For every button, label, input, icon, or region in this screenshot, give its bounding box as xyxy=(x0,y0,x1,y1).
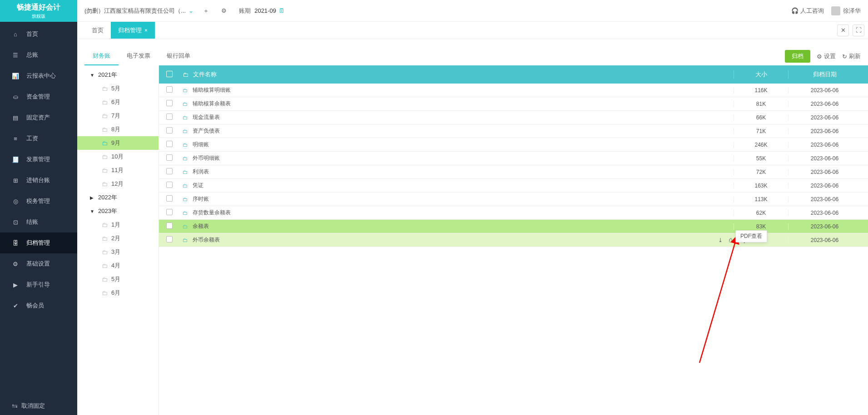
nav-settings[interactable]: ⚙基础设置 xyxy=(0,253,77,274)
nav-asset[interactable]: ▤固定资产 xyxy=(0,107,77,128)
tree-month-12月[interactable]: 🗀12月 xyxy=(77,177,159,191)
row-checkbox[interactable] xyxy=(166,209,173,215)
nav-salary[interactable]: ≡工资 xyxy=(0,128,77,149)
tab-label: 归档管理 xyxy=(118,26,142,35)
subtab-银行回单[interactable]: 银行回单 xyxy=(159,47,198,65)
row-checkbox[interactable] xyxy=(166,127,173,133)
table-row[interactable]: 🗀 利润表 72K 2023-06-06 xyxy=(159,165,868,179)
archive-button[interactable]: 归档 xyxy=(785,50,810,63)
guide-icon: ▶ xyxy=(12,281,19,288)
nav-money[interactable]: ⛀资金管理 xyxy=(0,86,77,107)
tree-month-2月[interactable]: 🗀2月 xyxy=(77,232,159,245)
caret-right-icon: ▶ xyxy=(90,195,94,200)
add-button[interactable]: ＋ xyxy=(200,5,212,17)
select-all-checkbox[interactable] xyxy=(166,71,173,77)
tree-month-3月[interactable]: 🗀3月 xyxy=(77,245,159,259)
row-checkbox[interactable] xyxy=(166,236,173,242)
company-selector[interactable]: (勿删）江西服宝精品有限责任公司（... ⌄ xyxy=(84,7,193,15)
nav-label: 固定资产 xyxy=(26,114,50,122)
table-row[interactable]: 🗀 凭证 163K 2023-06-06 xyxy=(159,179,868,193)
download-xml-button[interactable]: ⤓ xyxy=(718,237,723,243)
support-link[interactable]: 🎧 人工咨询 xyxy=(791,7,824,15)
tree-month-4月[interactable]: 🗀4月 xyxy=(77,259,159,272)
nav-guide[interactable]: ▶新手引导 xyxy=(0,274,77,295)
nav-invoice[interactable]: 🧾发票管理 xyxy=(0,149,77,170)
app-edition: 旗舰版 xyxy=(17,13,60,20)
file-table: 🗀 文件名称 大小 归档日期 🗀 辅助核算明细账 116K 2023-06-06… xyxy=(159,65,868,415)
subtab-财务账[interactable]: 财务账 xyxy=(84,47,119,65)
row-checkbox[interactable] xyxy=(166,222,173,229)
tab-归档管理[interactable]: 归档管理× xyxy=(111,22,155,39)
row-checkbox[interactable] xyxy=(166,141,173,147)
row-checkbox[interactable] xyxy=(166,86,173,93)
table-row[interactable]: 🗀 辅助核算明细账 116K 2023-06-06 xyxy=(159,84,868,97)
tree-year-2023年[interactable]: ▼2023年 xyxy=(77,204,159,218)
salary-icon: ≡ xyxy=(12,135,19,142)
table-row[interactable]: 🗀 序时账 113K 2023-06-06 xyxy=(159,193,868,206)
table-row[interactable]: 🗀 明细账 246K 2023-06-06 xyxy=(159,138,868,152)
nav-label: 畅会员 xyxy=(26,301,44,310)
nav-report[interactable]: 📊云报表中心 xyxy=(0,65,77,86)
nav-archive[interactable]: 🗄归档管理 xyxy=(0,232,77,253)
tab-首页[interactable]: 首页 xyxy=(84,22,111,39)
tree-month-7月[interactable]: 🗀7月 xyxy=(77,109,159,123)
nav-ledger[interactable]: ☰总账 xyxy=(0,44,77,65)
nav-label: 结账 xyxy=(26,218,38,226)
nav-inventory[interactable]: ⊞进销台账 xyxy=(0,170,77,191)
tree-year-2021年[interactable]: ▼2021年 xyxy=(77,68,159,82)
table-row[interactable]: 🗀 现金流量表 66K 2023-06-06 xyxy=(159,111,868,124)
row-checkbox[interactable] xyxy=(166,100,173,106)
file-date: 2023-06-06 xyxy=(788,114,861,121)
tree-month-10月[interactable]: 🗀10月 xyxy=(77,150,159,163)
file-date: 2023-06-06 xyxy=(788,196,861,203)
nav-home[interactable]: ⌂首页 xyxy=(0,24,77,44)
tree-month-5月[interactable]: 🗀5月 xyxy=(77,272,159,286)
file-date: 2023-06-06 xyxy=(788,210,861,216)
table-row[interactable]: 🗀 存货数量余额表 62K 2023-06-06 xyxy=(159,206,868,220)
refresh-link[interactable]: ↻ 刷新 xyxy=(842,52,861,60)
download-pdf-button[interactable]: ⎙ xyxy=(729,237,732,243)
sidebar-unpin[interactable]: ⮀ 取消固定 xyxy=(0,397,77,415)
refresh-label: 刷新 xyxy=(849,52,861,60)
folder-icon: 🗀 xyxy=(102,249,108,256)
tree-month-9月[interactable]: 🗀9月 xyxy=(77,136,159,150)
tree-month-5月[interactable]: 🗀5月 xyxy=(77,82,159,95)
nav-member[interactable]: ✔畅会员 xyxy=(0,295,77,316)
close-tab-button[interactable]: ✕ xyxy=(837,25,849,36)
file-date: 2023-06-06 xyxy=(788,237,861,243)
tree-month-1月[interactable]: 🗀1月 xyxy=(77,218,159,232)
close-icon[interactable]: × xyxy=(144,27,148,34)
folder-icon: 🗀 xyxy=(102,140,108,147)
period-value[interactable]: 2021-09 xyxy=(254,7,276,14)
row-checkbox[interactable] xyxy=(166,114,173,120)
row-checkbox[interactable] xyxy=(166,168,173,174)
fullscreen-button[interactable]: ⛶ xyxy=(853,25,864,36)
table-row[interactable]: 🗀 资产负债表 71K 2023-06-06 xyxy=(159,124,868,138)
month-label: 6月 xyxy=(111,98,120,106)
settings-button[interactable]: ⚙ xyxy=(218,5,230,17)
tree-month-6月[interactable]: 🗀6月 xyxy=(77,95,159,109)
calendar-icon[interactable]: 🗓 xyxy=(279,7,285,14)
row-checkbox[interactable] xyxy=(166,195,173,202)
user-menu[interactable]: 徐泽华 xyxy=(831,6,861,15)
expand-icon: ⛶ xyxy=(856,27,862,34)
year-label: 2023年 xyxy=(98,207,117,215)
settings-link[interactable]: ⚙ 设置 xyxy=(817,52,836,60)
row-checkbox[interactable] xyxy=(166,154,173,161)
tree-month-6月[interactable]: 🗀6月 xyxy=(77,286,159,300)
tree-year-2022年[interactable]: ▶2022年 xyxy=(77,191,159,204)
folder-icon: 🗀 xyxy=(102,113,108,119)
member-icon: ✔ xyxy=(12,302,19,309)
nav-label: 新手引导 xyxy=(26,281,50,289)
subtab-电子发票[interactable]: 电子发票 xyxy=(119,47,159,65)
tree-month-11月[interactable]: 🗀11月 xyxy=(77,163,159,177)
nav-close-book[interactable]: ⊡结账 xyxy=(0,212,77,232)
month-label: 4月 xyxy=(111,262,120,270)
app-name: 畅捷通好会计 xyxy=(17,3,60,12)
table-row[interactable]: 🗀 辅助核算余额表 81K 2023-06-06 xyxy=(159,97,868,111)
table-row[interactable]: 🗀 外币明细账 55K 2023-06-06 xyxy=(159,152,868,165)
row-checkbox[interactable] xyxy=(166,182,173,188)
pdf-view-tooltip: PDF查看 xyxy=(735,230,767,242)
nav-tax[interactable]: ◎税务管理 xyxy=(0,191,77,212)
tree-month-8月[interactable]: 🗀8月 xyxy=(77,123,159,136)
